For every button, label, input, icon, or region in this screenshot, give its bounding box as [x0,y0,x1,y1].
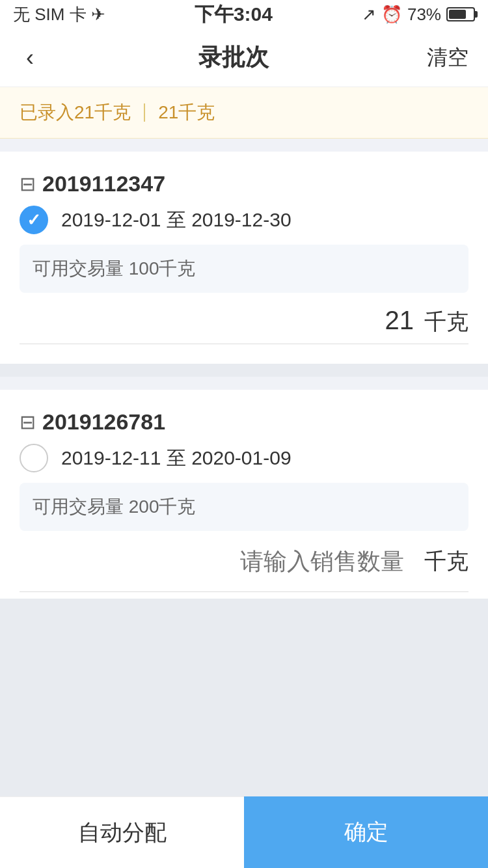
batch1-content: ⊟ 2019112347 2019-12-01 至 2019-12-30 可用交… [0,152,488,293]
batch2-id: 2019126781 [42,409,165,435]
battery-fill [449,10,466,19]
section-separator [0,364,488,377]
sim-label: 无 SIM 卡 ✈ [13,3,105,26]
location-icon: ↗ [362,5,376,25]
batch1-quantity-unit: 千克 [424,307,468,337]
status-right: ↗ ⏰ 73% [362,5,475,25]
info-banner: 已录入21千克 21千克 [0,87,488,139]
status-left: 无 SIM 卡 ✈ [13,3,105,26]
batch1-underline [20,344,468,344]
nav-bar: ‹ 录批次 清空 [0,29,488,87]
batch2-date-row: 2019-12-11 至 2020-01-09 [20,444,468,472]
confirm-button[interactable]: 确定 [244,796,488,868]
batch1-date-row: 2019-12-01 至 2019-12-30 [20,206,468,234]
batch2-header: ⊟ 2019126781 [20,409,468,435]
batch1-radio[interactable] [20,206,48,234]
banner-divider [144,103,145,122]
batch2-unit-label: 千克 [424,547,468,576]
batch1-card: ⊟ 2019112347 2019-12-01 至 2019-12-30 可用交… [0,152,488,364]
alarm-icon: ⏰ [381,5,402,25]
status-bar: 无 SIM 卡 ✈ 下午3:04 ↗ ⏰ 73% [0,0,488,29]
batch2-input-row: 千克 [0,531,488,592]
recorded-label: 已录入21千克 [20,100,131,125]
batch1-available: 可用交易量 100千克 [20,245,468,293]
batch1-header: ⊟ 2019112347 [20,171,468,197]
back-button[interactable]: ‹ [20,38,40,78]
clear-button[interactable]: 清空 [427,44,468,72]
page-title: 录批次 [198,42,269,74]
batch2-available: 可用交易量 200千克 [20,483,468,531]
batch2-quantity-wrapper: 千克 [0,531,488,592]
batch2-qty-input[interactable] [20,548,414,575]
battery-percent: 73% [407,5,441,25]
bottom-bar: 自动分配 确定 [0,796,488,868]
amount-label: 21千克 [158,100,215,125]
batch2-card: ⊟ 2019126781 2019-12-11 至 2020-01-09 可用交… [0,390,488,599]
batch1-qty-row: 21 千克 [0,293,488,344]
batch1-quantity-wrapper: 21 千克 [0,293,488,357]
auto-distribute-button[interactable]: 自动分配 [0,796,244,868]
battery-icon [446,7,475,21]
batch2-date-range: 2019-12-11 至 2020-01-09 [61,445,291,472]
batch2-icon: ⊟ [20,411,36,433]
batch2-content: ⊟ 2019126781 2019-12-11 至 2020-01-09 可用交… [0,390,488,531]
batch1-date-range: 2019-12-01 至 2019-12-30 [61,207,291,234]
batch2-radio[interactable] [20,444,48,472]
batch1-quantity-value: 21 [385,306,414,335]
batch1-icon: ⊟ [20,172,36,195]
status-time: 下午3:04 [195,1,273,28]
batch1-id: 2019112347 [42,171,165,197]
